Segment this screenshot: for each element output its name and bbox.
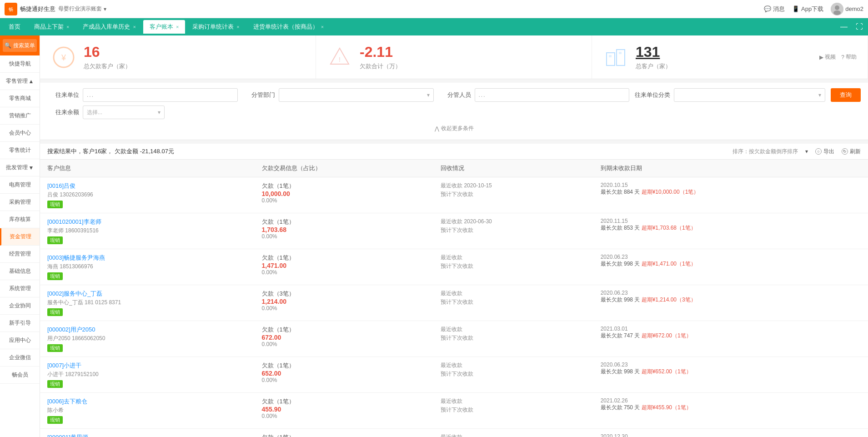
debt-amount-5[interactable]: 652.00 bbox=[262, 370, 426, 377]
overdue-link-6[interactable]: 超期¥455.90（1笔） bbox=[642, 404, 692, 411]
tab-inventory[interactable]: 产成品入库单历史 × bbox=[76, 20, 142, 34]
app-name: 畅捷通好生意 bbox=[20, 5, 55, 13]
debt-amount-2[interactable]: 1,471.00 bbox=[262, 262, 426, 269]
cell-due-4: 2021.03.01 最长欠款 747 天 超期¥672.00（1笔） bbox=[593, 321, 868, 357]
customer-name-5[interactable]: [0007]小进干 bbox=[47, 362, 247, 370]
tab-purchase-stats[interactable]: 采购订单统计表 × bbox=[186, 20, 246, 34]
sidebar-item-inventory[interactable]: 库存核算 bbox=[0, 211, 40, 228]
cell-recovery-0: 最近收款 2020-10-15 预计下次收款 bbox=[433, 177, 593, 213]
search-menu-btn[interactable]: 🔍 搜索菜单 bbox=[3, 39, 37, 52]
overdue-days-3: 最长欠款 998 天 超期¥1,214.00（3笔） bbox=[601, 296, 861, 304]
customer-name-4[interactable]: [000002]用户2050 bbox=[47, 326, 247, 334]
customer-contact-4: 用户2050 18665062050 bbox=[47, 335, 247, 342]
tab-close-icon[interactable]: × bbox=[236, 24, 239, 30]
app-download-btn[interactable]: 📱 App下载 bbox=[792, 5, 823, 13]
svg-point-3 bbox=[835, 5, 839, 10]
debt-amount-1[interactable]: 1,703.68 bbox=[262, 226, 426, 233]
stat-value-total-customers: 131 bbox=[636, 44, 671, 60]
debt-ratio-1: 0.00% bbox=[262, 233, 426, 240]
sidebar-item-operations[interactable]: 经营管理 bbox=[0, 246, 40, 263]
debt-count-4: 欠款（1笔） bbox=[262, 326, 426, 334]
sidebar-item-member[interactable]: 会员中心 bbox=[0, 125, 40, 142]
cell-customer-0: [0016]吕俊 吕俊 13026203696 现销 bbox=[40, 177, 255, 213]
customer-contact-0: 吕俊 13026203696 bbox=[47, 191, 247, 199]
filter-select-balance[interactable]: 选择... ▾ bbox=[83, 105, 165, 119]
sidebar-item-enterprise-wechat[interactable]: 企业微信 bbox=[0, 349, 40, 367]
debt-amount-6[interactable]: 455.90 bbox=[262, 406, 426, 413]
top-right-area: 💬 消息 📱 App下载 demo2 bbox=[764, 3, 863, 15]
customer-name-0[interactable]: [0016]吕俊 bbox=[47, 182, 247, 190]
overdue-link-2[interactable]: 超期¥1,471.00（1笔） bbox=[642, 261, 696, 267]
refresh-btn[interactable]: ↻ 刷新 bbox=[842, 148, 861, 156]
next-collect-2: 预计下次收款 bbox=[441, 262, 586, 270]
cell-due-6: 2021.02.26 最长欠款 750 天 超期¥455.90（1笔） bbox=[593, 393, 868, 429]
filter-row-2: 往来余额 选择... ▾ bbox=[47, 105, 861, 119]
debt-amount-4[interactable]: 672.00 bbox=[262, 334, 426, 341]
tab-close-icon[interactable]: × bbox=[321, 24, 324, 30]
next-collect-0: 预计下次收款 bbox=[441, 191, 586, 198]
tab-products[interactable]: 商品上下架 × bbox=[28, 20, 75, 34]
cell-recovery-3: 最近收款 预计下次收款 bbox=[433, 285, 593, 321]
export-btn[interactable]: ○ 导出 bbox=[815, 148, 834, 156]
cell-customer-5: [0007]小进干 小进干 18279152100 现销 bbox=[40, 357, 255, 393]
overdue-link-5[interactable]: 超期¥652.00（1笔） bbox=[642, 368, 692, 375]
due-date-1: 2020.11.15 bbox=[601, 218, 861, 224]
tab-close-icon[interactable]: × bbox=[176, 24, 179, 30]
filter-input-person[interactable]: ... bbox=[475, 88, 630, 102]
message-btn[interactable]: 💬 消息 bbox=[764, 5, 785, 13]
sidebar-item-ecommerce[interactable]: 电商管理 bbox=[0, 176, 40, 194]
overdue-link-4[interactable]: 超期¥672.00（1笔） bbox=[642, 332, 692, 339]
debt-count-5: 欠款（1笔） bbox=[262, 362, 426, 370]
debt-count-0: 欠款（1笔） bbox=[262, 182, 426, 190]
sidebar-item-app-center[interactable]: 应用中心 bbox=[0, 332, 40, 349]
sidebar-item-retail-mall[interactable]: 零售商城 bbox=[0, 90, 40, 107]
cell-debt-6: 欠款（1笔） 455.90 0.00% bbox=[255, 393, 434, 429]
tab-close-icon[interactable]: × bbox=[66, 24, 69, 30]
customer-name-6[interactable]: [0006]去下粮仓 bbox=[47, 397, 247, 406]
filter-item-balance: 往来余额 选择... ▾ bbox=[47, 105, 861, 119]
overdue-link-0[interactable]: 超期¥10,000.00（1笔） bbox=[642, 189, 699, 195]
tab-close-icon[interactable]: × bbox=[133, 24, 135, 30]
customer-name-1[interactable]: [0001020001]李老师 bbox=[47, 218, 247, 226]
query-button[interactable]: 查询 bbox=[831, 88, 861, 102]
video-help-btn[interactable]: ▶ 视频 bbox=[819, 53, 836, 61]
customer-name-3[interactable]: [0002]服务中心_丁磊 bbox=[47, 290, 247, 298]
filter-input-vendor[interactable]: ... bbox=[83, 88, 238, 102]
overdue-days-0: 最长欠款 884 天 超期¥10,000.00（1笔） bbox=[601, 188, 861, 196]
sidebar-item-purchase-mgmt[interactable]: 采购管理 bbox=[0, 194, 40, 211]
sidebar-item-system-mgmt[interactable]: 系统管理 bbox=[0, 280, 40, 297]
nav-minimize-btn[interactable]: — bbox=[838, 23, 850, 31]
user-avatar-btn[interactable]: demo2 bbox=[831, 3, 863, 15]
sidebar-item-newbie-guide[interactable]: 新手引导 bbox=[0, 315, 40, 332]
debt-amount-3[interactable]: 1,214.00 bbox=[262, 298, 426, 305]
tab-home[interactable]: 首页 bbox=[2, 20, 27, 34]
company-selector[interactable]: 母婴行业演示账套 ▾ bbox=[58, 5, 106, 13]
filter-select-dept[interactable]: ▾ bbox=[279, 88, 434, 102]
svg-rect-9 bbox=[607, 53, 615, 65]
overdue-link-3[interactable]: 超期¥1,214.00（3笔） bbox=[642, 296, 696, 303]
col-recovery: 回收情况 bbox=[433, 160, 593, 177]
customer-name-2[interactable]: [0003]畅捷服务尹海燕 bbox=[47, 254, 247, 262]
overdue-link-1[interactable]: 超期¥1,703.68（1笔） bbox=[642, 225, 696, 231]
due-date-5: 2020.06.23 bbox=[601, 362, 861, 368]
nav-maximize-btn[interactable]: ⛶ bbox=[853, 23, 866, 31]
sidebar-item-quick-nav[interactable]: 快捷导航 bbox=[0, 55, 40, 73]
sidebar-item-retail-mgmt[interactable]: 零售管理 ▲ bbox=[0, 73, 40, 90]
sidebar-item-base-info[interactable]: 基础信息 bbox=[0, 263, 40, 280]
last-collect-5: 最近收款 bbox=[441, 362, 586, 369]
customer-name-7[interactable]: [000001]黄思源 bbox=[47, 433, 247, 437]
sidebar-item-chang-member[interactable]: 畅会员 bbox=[0, 367, 40, 384]
sidebar-item-retail-stats[interactable]: 零售统计 bbox=[0, 142, 40, 159]
sidebar-item-wholesale-mgmt[interactable]: 批发管理 ▼ bbox=[0, 159, 40, 176]
sidebar-item-marketing[interactable]: 营销推广 bbox=[0, 107, 40, 125]
tab-inbound-stats[interactable]: 进货单统计表（按商品） × bbox=[247, 20, 330, 34]
filter-select-category[interactable]: ▾ bbox=[674, 88, 825, 102]
collapse-filter-btn[interactable]: ⋀ 收起更多条件 bbox=[47, 123, 861, 134]
sidebar-item-enterprise-collab[interactable]: 企业协同 bbox=[0, 297, 40, 315]
tab-customer-account[interactable]: 客户账本 × bbox=[143, 20, 185, 34]
debt-amount-0[interactable]: 10,000.00 bbox=[262, 190, 426, 197]
stat-label-total-customers: 总客户（家） bbox=[636, 62, 671, 70]
cell-customer-2: [0003]畅捷服务尹海燕 海燕 18513066976 现销 bbox=[40, 249, 255, 285]
sidebar-item-finance-mgmt[interactable]: 资金管理 bbox=[0, 228, 40, 246]
help-btn[interactable]: ? 帮助 bbox=[841, 53, 857, 61]
